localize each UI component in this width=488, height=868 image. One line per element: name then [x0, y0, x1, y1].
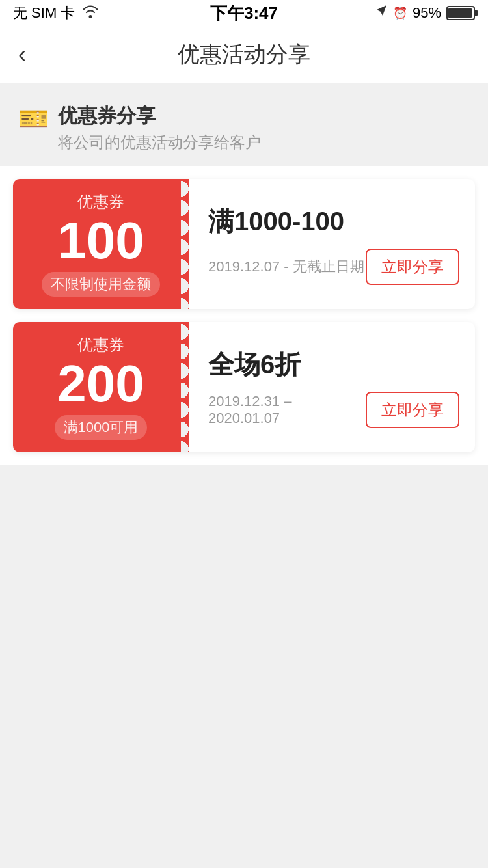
share-button-1[interactable]: 立即分享	[366, 392, 459, 428]
coupon-value-0: 100	[57, 215, 144, 267]
alarm-icon: ⏰	[393, 6, 407, 20]
coupon-label-0: 优惠券	[77, 191, 124, 212]
page-title: 优惠活动分享	[178, 40, 310, 70]
coupon-date-0: 2019.12.07 - 无截止日期	[208, 257, 364, 277]
coupon-condition-1: 满1000可用	[55, 415, 148, 440]
battery-icon	[446, 6, 475, 20]
coupon-name-0: 满1000-100	[208, 204, 459, 239]
wifi-icon	[81, 4, 100, 22]
coupon-name-1: 全场6折	[208, 347, 459, 383]
carrier-label: 无 SIM 卡	[13, 3, 75, 23]
nav-bar: ‹ 优惠活动分享	[0, 26, 488, 83]
coupon-bottom-0: 2019.12.07 - 无截止日期 立即分享	[208, 249, 459, 285]
coupon-condition-0: 不限制使用金额	[42, 272, 160, 297]
section-header: 🎫 优惠券分享 将公司的优惠活动分享给客户	[0, 83, 488, 166]
empty-area	[0, 465, 488, 856]
coupon-bottom-1: 2019.12.31 – 2020.01.07 立即分享	[208, 392, 459, 428]
status-time: 下午3:47	[210, 2, 278, 25]
share-button-0[interactable]: 立即分享	[366, 249, 459, 285]
section-subtitle: 将公司的优惠活动分享给客户	[58, 132, 261, 153]
location-icon	[376, 4, 388, 22]
back-button[interactable]: ‹	[18, 41, 26, 68]
coupon-label-1: 优惠券	[77, 334, 124, 355]
coupon-card-1: 优惠券 200 满1000可用 全场6折 2019.12.31 – 2020.0…	[13, 322, 475, 452]
coupon-right-0: 满1000-100 2019.12.07 - 无截止日期 立即分享	[189, 179, 475, 309]
battery-percent: 95%	[413, 5, 441, 21]
coupon-list: 优惠券 100 不限制使用金额 满1000-100 2019.12.07 - 无…	[0, 166, 488, 465]
status-left: 无 SIM 卡	[13, 3, 100, 23]
section-text: 优惠券分享 将公司的优惠活动分享给客户	[58, 103, 261, 153]
coupon-date-1: 2019.12.31 – 2020.01.07	[208, 393, 366, 427]
coupon-value-1: 200	[57, 358, 144, 410]
status-bar: 无 SIM 卡 下午3:47 ⏰ 95%	[0, 0, 488, 26]
coupon-left-0: 优惠券 100 不限制使用金额	[13, 179, 189, 309]
coupon-right-1: 全场6折 2019.12.31 – 2020.01.07 立即分享	[189, 322, 475, 452]
coupon-section-icon: 🎫	[18, 104, 49, 133]
section-title: 优惠券分享	[58, 103, 261, 129]
status-right: ⏰ 95%	[376, 4, 475, 22]
coupon-card-0: 优惠券 100 不限制使用金额 满1000-100 2019.12.07 - 无…	[13, 179, 475, 309]
coupon-left-1: 优惠券 200 满1000可用	[13, 322, 189, 452]
